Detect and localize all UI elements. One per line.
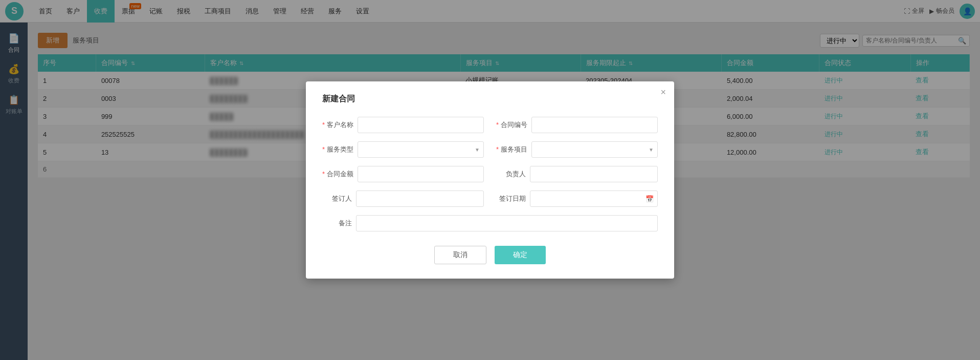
signatory-label: 签订人 — [322, 194, 352, 203]
amount-row: 合同金额 0.00 — [322, 166, 484, 182]
service-type-row: 服务类型 ▼ — [322, 141, 484, 158]
responsible-row: 负责人 — [496, 166, 658, 182]
contract-no-input[interactable] — [531, 117, 658, 133]
contract-no-row: 合同编号 — [496, 117, 658, 133]
contract-no-label: 合同编号 — [496, 120, 527, 130]
customer-name-label: 客户名称 — [322, 120, 353, 130]
service-type-select[interactable] — [358, 141, 484, 158]
customer-name-row: 客户名称 — [322, 117, 484, 133]
confirm-button[interactable]: 确定 — [495, 246, 546, 264]
remark-input[interactable] — [356, 215, 658, 231]
responsible-label: 负责人 — [496, 170, 526, 179]
remark-label: 备注 — [322, 219, 352, 228]
modal-title: 新建合同 — [322, 94, 658, 104]
modal-footer: 取消 确定 — [322, 246, 658, 264]
form-grid: 客户名称 合同编号 服务类型 ▼ 服务项目 ▼ — [322, 117, 658, 231]
service-item-select-wrap: ▼ — [531, 141, 658, 158]
calendar-icon[interactable]: 📅 — [645, 195, 654, 203]
service-type-select-wrap: ▼ — [358, 141, 484, 158]
sign-date-label: 签订日期 — [496, 194, 526, 203]
amount-input[interactable]: 0.00 — [358, 166, 484, 182]
amount-label: 合同金额 — [322, 170, 353, 179]
modal-overlay[interactable]: × 新建合同 客户名称 合同编号 服务类型 ▼ 服务项目 — [0, 0, 980, 360]
service-type-label: 服务类型 — [322, 145, 353, 154]
sign-date-row: 签订日期 2023-06-06 📅 — [496, 190, 658, 207]
new-contract-modal: × 新建合同 客户名称 合同编号 服务类型 ▼ 服务项目 — [306, 81, 674, 279]
responsible-input[interactable] — [530, 166, 658, 182]
service-item-row: 服务项目 ▼ — [496, 141, 658, 158]
close-button[interactable]: × — [660, 88, 666, 97]
signatory-input[interactable] — [356, 190, 484, 207]
service-item-select[interactable] — [531, 141, 658, 158]
date-wrap: 2023-06-06 📅 — [530, 190, 658, 207]
service-item-label: 服务项目 — [496, 145, 527, 154]
remark-row: 备注 — [322, 215, 658, 231]
cancel-button[interactable]: 取消 — [434, 246, 486, 264]
signatory-row: 签订人 — [322, 190, 484, 207]
customer-name-input[interactable] — [358, 117, 484, 133]
sign-date-input[interactable]: 2023-06-06 — [530, 190, 658, 207]
